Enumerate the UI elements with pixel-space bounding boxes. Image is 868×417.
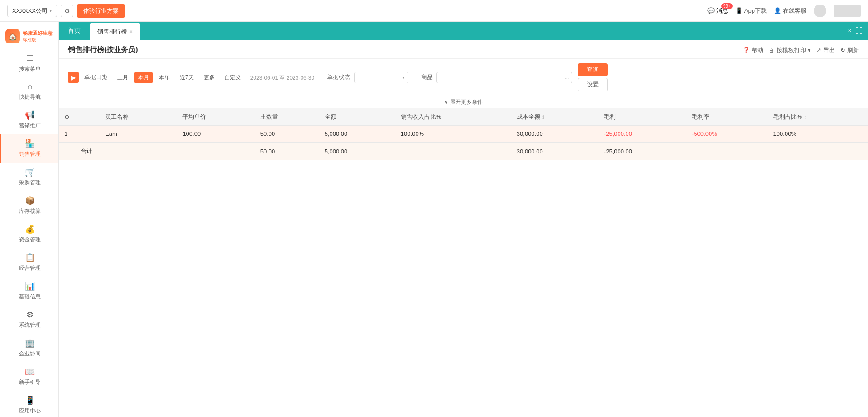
goods-input[interactable] <box>436 72 572 83</box>
footer-label: 合计 <box>75 142 177 160</box>
sidebar-item-enterprise[interactable]: 🏢 企业协同 <box>0 334 58 362</box>
date-btn-this-year[interactable]: 本年 <box>155 72 174 83</box>
export-icon: ↗ <box>816 47 821 53</box>
cell-gross-pct: 100.00% <box>768 126 868 143</box>
sidebar-label-basic: 基础信息 <box>19 293 41 301</box>
sidebar-item-quick-nav[interactable]: ⌂ 快捷导航 <box>0 77 58 105</box>
top-bar-left: XXXXXX公司 ▾ ⚙ 体验行业方案 <box>7 4 704 18</box>
page-content: 销售排行榜(按业务员) ❓ 帮助 🖨 按模板打印 ▾ ↗ <box>59 40 868 417</box>
date-btn-more[interactable]: 更多 <box>200 72 219 83</box>
try-industry-button[interactable]: 体验行业方案 <box>77 4 125 18</box>
logo: 🏠 畅康通好生意 标准版 <box>0 25 58 49</box>
main-body: 🏠 畅康通好生意 标准版 ☰ 搜索菜单 ⌂ 快捷导航 📢 营销推广 🏪 销售 <box>0 22 868 417</box>
footer-avg-price <box>177 142 254 160</box>
chevron-down-icon: ▾ <box>49 8 52 14</box>
footer-gross: -25,000.00 <box>599 142 686 160</box>
sidebar-item-app-center[interactable]: 📱 应用中心 <box>0 391 58 417</box>
query-button[interactable]: 查询 <box>578 63 608 76</box>
cell-gross-rate: -500.00% <box>686 126 768 143</box>
filter-expand-arrow[interactable]: ▶ <box>68 72 79 83</box>
query-settings: 查询 设置 <box>578 63 608 91</box>
sidebar-label-sales: 销售管理 <box>19 150 41 158</box>
home-icon: ⌂ <box>28 82 33 91</box>
th-gross-rate: 毛利率 <box>686 108 768 126</box>
tab-label: 销售排行榜 <box>97 28 127 36</box>
cell-gross: -25,000.00 <box>599 126 686 143</box>
app-download-btn[interactable]: 📱 App下载 <box>735 7 767 15</box>
table-row: 1 Eam 100.00 50.00 5,000.00 100.00% 30,0… <box>59 126 868 143</box>
sidebar-item-operations[interactable]: 📋 经营管理 <box>0 248 58 277</box>
tab-sales-ranking[interactable]: 销售排行榜 × <box>90 23 140 41</box>
sidebar-label-app: 应用中心 <box>19 407 41 415</box>
settings-icon[interactable]: ⚙ <box>61 5 73 17</box>
expand-more-btn[interactable]: ∨ 展开更多条件 <box>444 98 483 106</box>
date-btn-custom[interactable]: 自定义 <box>221 72 245 83</box>
sidebar-item-basic-info[interactable]: 📊 基础信息 <box>0 277 58 305</box>
window-expand-btn[interactable]: ⛶ <box>855 27 863 35</box>
page-header: 销售排行榜(按业务员) ❓ 帮助 🖨 按模板打印 ▾ ↗ <box>59 40 868 59</box>
settings-button[interactable]: 设置 <box>578 78 608 91</box>
status-label: 单据状态 <box>327 73 350 81</box>
logo-line2: 标准版 <box>23 37 53 43</box>
tab-window-btns: × ⛶ <box>848 27 868 35</box>
operations-icon: 📋 <box>25 253 35 263</box>
gross-pct-sort-icon: ↕ <box>805 115 807 120</box>
window-close-btn[interactable]: × <box>848 27 852 35</box>
basic-icon: 📊 <box>25 281 35 291</box>
template-print-btn[interactable]: 🖨 按模板打印 ▾ <box>769 46 811 54</box>
sidebar-item-marketing[interactable]: 📢 营销推广 <box>0 105 58 134</box>
help-btn[interactable]: ❓ 帮助 <box>743 46 763 54</box>
sidebar-label-marketing: 营销推广 <box>19 122 41 129</box>
tab-close-icon[interactable]: × <box>129 29 133 35</box>
date-btn-7days[interactable]: 近7天 <box>176 72 198 83</box>
th-gross: 毛利 <box>599 108 686 126</box>
message-icon: 💬 <box>707 7 715 14</box>
cell-sales-pct: 100.00% <box>395 126 511 143</box>
date-btn-prev-month[interactable]: 上月 <box>113 72 132 83</box>
data-table: ⚙ 员工名称 平均单价 主数量 <box>59 108 868 160</box>
filter-group-goods: 商品 … <box>421 72 572 83</box>
sidebar-label-guide: 新手引导 <box>19 379 41 386</box>
sidebar-item-finance[interactable]: 💰 资金管理 <box>0 220 58 248</box>
sidebar-item-sales[interactable]: 🏪 销售管理 <box>0 134 58 163</box>
cell-avg-price: 100.00 <box>177 126 254 143</box>
date-range: 2023-06-01 至 2023-06-30 <box>250 74 314 82</box>
th-sales-pct: 销售收入占比% <box>395 108 511 126</box>
sidebar-item-search-order[interactable]: ☰ 搜索菜单 <box>0 49 58 77</box>
logo-text: 畅康通好生意 标准版 <box>23 30 53 43</box>
message-area[interactable]: 💬 消息 99+ <box>707 7 728 15</box>
sidebar-item-system[interactable]: ⚙ 系统管理 <box>0 305 58 334</box>
company-selector[interactable]: XXXXXX公司 ▾ <box>7 5 57 17</box>
refresh-btn[interactable]: ↻ 刷新 <box>840 46 859 54</box>
sidebar-label-enterprise: 企业协同 <box>19 350 41 358</box>
avatar2 <box>834 5 861 17</box>
logo-icon: 🏠 <box>5 29 20 43</box>
date-range-wrapper: 2023-06-01 至 2023-06-30 <box>250 73 314 82</box>
footer-gross-rate <box>686 142 768 160</box>
tab-bar: 首页 销售排行榜 × × ⛶ <box>59 22 868 40</box>
sidebar-item-inventory[interactable]: 📦 库存核算 <box>0 191 58 220</box>
th-qty: 主数量 <box>255 108 319 126</box>
status-select[interactable] <box>354 72 408 83</box>
th-avg-price: 平均单价 <box>177 108 254 126</box>
sales-icon: 🏪 <box>25 139 35 149</box>
goods-more-icon[interactable]: … <box>564 74 570 81</box>
sidebar-item-guide[interactable]: 📖 新手引导 <box>0 362 58 391</box>
filter-group-status: 单据状态 <box>327 72 408 83</box>
sidebar-item-purchase[interactable]: 🛒 采购管理 <box>0 163 58 191</box>
filter-row: ▶ 单据日期 上月 本月 本年 近7天 更多 自定义 2023-06-01 至 … <box>68 63 859 91</box>
cell-rank2 <box>75 126 100 143</box>
app-center-icon: 📱 <box>25 395 35 405</box>
top-bar-right: 💬 消息 99+ 📱 App下载 👤 在线客服 <box>707 5 861 17</box>
avatar[interactable] <box>814 5 826 17</box>
print-chevron-icon: ▾ <box>808 47 811 53</box>
export-btn[interactable]: ↗ 导出 <box>816 46 835 54</box>
tab-home[interactable]: 首页 <box>59 22 90 40</box>
online-service-btn[interactable]: 👤 在线客服 <box>774 7 806 15</box>
th-settings[interactable]: ⚙ <box>59 108 75 126</box>
date-btn-this-month[interactable]: 本月 <box>134 72 153 83</box>
cell-amount: 5,000.00 <box>319 126 395 143</box>
table-footer-row: 合计 50.00 5,000.00 30,000.00 -25,000.00 <box>59 142 868 160</box>
expand-icon: ∨ <box>444 99 448 105</box>
sidebar-label-operations: 经营管理 <box>19 264 41 272</box>
